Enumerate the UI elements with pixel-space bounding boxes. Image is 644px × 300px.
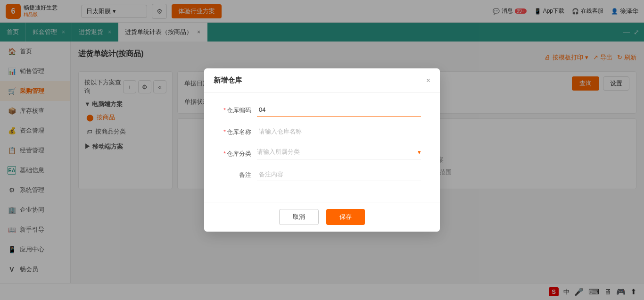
form-row-remark: 备注: [223, 169, 421, 181]
modal-overlay: 新增仓库 × 仓库编码 仓库名称 仓库分类 请输入所属分类 ▾: [0, 0, 644, 300]
warehouse-code-input[interactable]: [257, 104, 421, 117]
dialog-footer: 取消 保存: [204, 202, 440, 232]
form-row-code: 仓库编码: [223, 104, 421, 117]
warehouse-category-select[interactable]: 请输入所属分类 ▾: [257, 148, 421, 159]
form-label-code: 仓库编码: [223, 106, 251, 115]
dialog-close-button[interactable]: ×: [426, 76, 430, 85]
warehouse-remark-input[interactable]: [257, 169, 421, 181]
category-dropdown-icon: ▾: [418, 149, 421, 156]
form-label-name: 仓库名称: [223, 128, 251, 136]
form-label-category: 仓库分类: [223, 150, 251, 158]
dialog-title: 新增仓库: [214, 76, 242, 85]
category-placeholder: 请输入所属分类: [257, 148, 300, 156]
form-label-remark: 备注: [223, 171, 251, 179]
dialog-header: 新增仓库 ×: [204, 68, 440, 93]
warehouse-name-input[interactable]: [257, 126, 421, 138]
dialog-body: 仓库编码 仓库名称 仓库分类 请输入所属分类 ▾ 备注: [204, 93, 440, 202]
new-warehouse-dialog: 新增仓库 × 仓库编码 仓库名称 仓库分类 请输入所属分类 ▾: [204, 68, 440, 232]
form-row-category: 仓库分类 请输入所属分类 ▾: [223, 148, 421, 159]
save-button[interactable]: 保存: [326, 209, 365, 225]
cancel-button[interactable]: 取消: [279, 209, 319, 225]
form-row-name: 仓库名称: [223, 126, 421, 138]
